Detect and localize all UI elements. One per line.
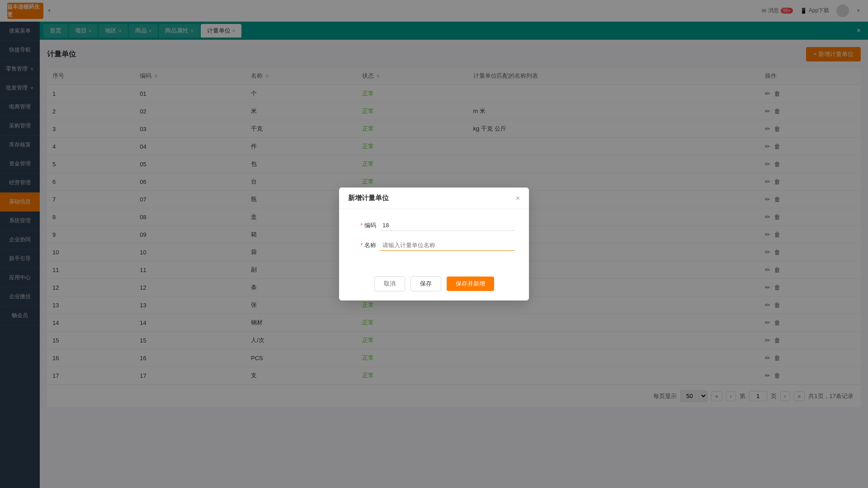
save-button[interactable]: 保存: [410, 276, 441, 291]
modal-body: 编码 名称: [339, 209, 529, 271]
modal-header: 新增计量单位 ×: [339, 188, 529, 209]
modal-overlay[interactable]: 新增计量单位 × 编码 名称 取消 保存 保存并新增: [0, 0, 868, 488]
modal-title: 新增计量单位: [348, 194, 389, 202]
code-field[interactable]: [380, 220, 514, 231]
code-field-label: 编码: [354, 221, 376, 230]
save-new-button[interactable]: 保存并新增: [447, 277, 494, 291]
modal: 新增计量单位 × 编码 名称 取消 保存 保存并新增: [339, 188, 529, 300]
name-field[interactable]: [380, 240, 514, 251]
form-row-name: 名称: [354, 240, 514, 251]
modal-footer: 取消 保存 保存并新增: [339, 271, 529, 300]
name-field-label: 名称: [354, 241, 376, 249]
form-row-code: 编码: [354, 220, 514, 231]
cancel-button[interactable]: 取消: [374, 276, 405, 291]
modal-close-button[interactable]: ×: [516, 195, 520, 202]
